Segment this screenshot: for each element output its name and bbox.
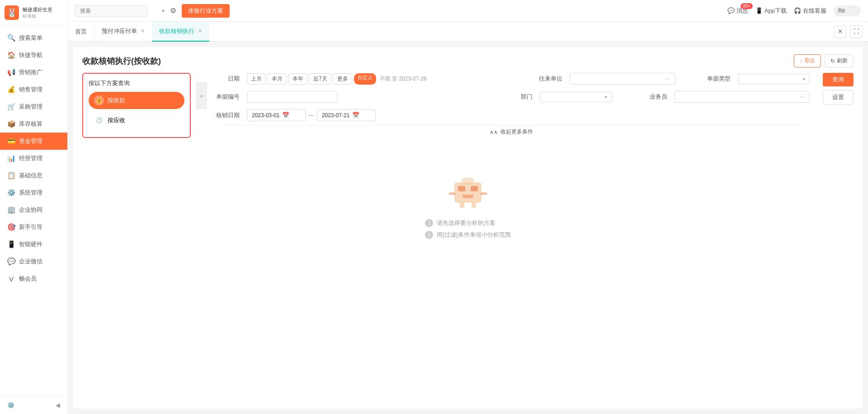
sidebar-item-basic[interactable]: 📋基础信息 [0, 167, 67, 184]
tabbar: 首页 预付冲应付单 ✕ 收款核销执行 ✕ ✕ ⛶ [68, 22, 868, 42]
query-actions: 查询 设置 [823, 73, 854, 105]
date-btn-7days[interactable]: 近7天 [309, 73, 331, 85]
member-icon: V [7, 275, 15, 283]
sidebar-nav: 🔍搜索菜单 🏠快捷导航 📢营销推广 💰销售管理 🛒采购管理 📦库存核算 💳资金管… [0, 26, 67, 396]
guide-icon: 🎯 [7, 223, 15, 231]
staff-input[interactable]: ··· [675, 91, 810, 103]
user-avatar[interactable]: Rit [834, 5, 861, 16]
funds-icon: 💳 [7, 137, 15, 145]
sidebar-footer: ⚙️ ◀ [0, 396, 67, 414]
tab-fullscreen-button[interactable]: ⛶ [850, 25, 863, 38]
doc-type-select[interactable]: ▾ [738, 74, 810, 84]
business-icon: 📊 [7, 154, 15, 162]
sidebar-item-inventory[interactable]: 📦库存核算 [0, 115, 67, 133]
tab-receipt-verify[interactable]: 收款核销执行 ✕ [152, 22, 209, 42]
topbar-search-input[interactable] [75, 5, 147, 17]
sidebar-item-marketing[interactable]: 📢营销推广 [0, 64, 67, 81]
dept-select[interactable]: ▾ [540, 92, 612, 102]
date-filter-group: 上月 本月 本年 近7天 更多 自定义 不限 至 2023-07-26 [247, 73, 427, 85]
main-area: ▾ ⚙ 体验行业方案 💬 消息 99+ 📱 App下载 🎧 在线客服 Rit 首 [68, 0, 868, 414]
svg-rect-1 [458, 186, 465, 191]
filter-by-receivable[interactable]: 🕐 按应收 [89, 112, 184, 129]
search-icon: 🔍 [7, 34, 15, 42]
brand-name: 畅捷通好生意 标准版 [23, 6, 52, 19]
date-quick-buttons: 上月 本月 本年 近7天 更多 自定义 [247, 73, 376, 85]
topbar-gear-icon[interactable]: ⚙ [170, 6, 176, 15]
topbar: ▾ ⚙ 体验行业方案 💬 消息 99+ 📱 App下载 🎧 在线客服 Rit [68, 0, 868, 22]
app-download-button[interactable]: 📱 App下载 [755, 7, 787, 15]
collapse-up-icon: ∧∧ [490, 129, 498, 135]
tab-prepay[interactable]: 预付冲应付单 ✕ [94, 22, 152, 42]
tab-prepay-close[interactable]: ✕ [141, 28, 145, 34]
collapse-sidebar-btn[interactable]: ◀ [56, 402, 60, 409]
export-button[interactable]: ↑ 导出 [794, 54, 821, 67]
topbar-chevron-icon[interactable]: ▾ [162, 8, 165, 14]
home-icon: 🏠 [7, 51, 15, 59]
date-btn-more[interactable]: 更多 [333, 73, 352, 85]
verify-date-group: 2023-03-01 📅 — 2023-07-21 📅 [247, 109, 376, 121]
svg-point-6 [462, 177, 474, 185]
date-btn-this-month[interactable]: 本月 [268, 73, 287, 85]
tab-receipt-verify-close[interactable]: ✕ [198, 28, 202, 34]
settings-icon[interactable]: ⚙️ [7, 402, 14, 409]
hint-num-2: 2 [425, 231, 433, 239]
setting-button[interactable]: 设置 [823, 90, 854, 105]
filter-by-receipt[interactable]: 💰 按收款 [89, 92, 184, 109]
empty-state: 1 请先选择要分析的方案 2 用[过滤]条件来缩小分析范围 [73, 144, 863, 266]
doc-type-label: 单据类型 [703, 75, 731, 83]
verify-date-start[interactable]: 2023-03-01 📅 [247, 109, 306, 121]
basic-icon: 📋 [7, 171, 15, 180]
system-icon: ⚙️ [7, 189, 15, 197]
date-custom-tag[interactable]: 自定义 [354, 73, 376, 85]
tabbar-controls: ✕ ⛶ [828, 25, 868, 38]
sidebar-item-wechat[interactable]: 💬企业微信 [0, 253, 67, 270]
verify-date-end[interactable]: 2023-07-21 📅 [317, 109, 376, 121]
date-btn-last-month[interactable]: 上月 [247, 73, 266, 85]
filter-row-3: 核销日期 2023-03-01 📅 — 2023-07-21 📅 [212, 109, 810, 121]
filter-rows: 日期 上月 本月 本年 近7天 更多 自定义 不限 至 [212, 73, 810, 121]
sidebar-item-system[interactable]: ⚙️系统管理 [0, 184, 67, 201]
dept-label: 部门 [505, 93, 533, 101]
sidebar-item-quick-nav[interactable]: 🏠快捷导航 [0, 47, 67, 64]
sidebar-item-enterprise[interactable]: 🏢企业协同 [0, 201, 67, 219]
refresh-button[interactable]: ↻ 刷新 [825, 54, 854, 67]
date-btn-this-year[interactable]: 本年 [288, 73, 307, 85]
sidebar-item-funds[interactable]: 💳资金管理 [0, 133, 67, 150]
filter-scheme-title: 按以下方案查询 [89, 79, 184, 87]
sidebar-item-sales[interactable]: 💰销售管理 [0, 81, 67, 98]
topbar-search-area [75, 5, 156, 17]
topbar-actions: 💬 消息 99+ 📱 App下载 🎧 在线客服 Rit [727, 5, 861, 16]
query-button[interactable]: 查询 [823, 73, 854, 86]
empty-hint-2: 2 用[过滤]条件来缩小分析范围 [425, 231, 510, 239]
message-badge: 99+ [741, 3, 753, 9]
sidebar-item-member[interactable]: V畅会员 [0, 270, 67, 287]
by-receivable-icon: 🕐 [94, 115, 104, 125]
sidebar-item-search[interactable]: 🔍搜索菜单 [0, 29, 67, 47]
sales-icon: 💰 [7, 86, 15, 94]
sidebar-item-hardware[interactable]: 📱智能硬件 [0, 236, 67, 253]
svg-rect-2 [471, 186, 478, 191]
date-separator: — [308, 112, 314, 119]
sidebar-header: 🐰 畅捷通好生意 标准版 [0, 0, 67, 26]
filter-row-2: 单据编号 部门 ▾ 业务员 ··· [212, 91, 810, 103]
doc-no-label: 单据编号 [212, 93, 240, 101]
date-range-text: 不限 至 2023-07-26 [380, 75, 427, 83]
collapse-filter-btn[interactable]: « [196, 82, 207, 109]
tab-close-all-button[interactable]: ✕ [834, 25, 846, 38]
export-icon: ↑ [800, 58, 802, 64]
sidebar-item-business[interactable]: 📊经营管理 [0, 150, 67, 167]
sidebar-item-purchase[interactable]: 🛒采购管理 [0, 98, 67, 115]
solution-button[interactable]: 体验行业方案 [182, 4, 230, 18]
sidebar-item-guide[interactable]: 🎯新手引导 [0, 219, 67, 236]
page-container: 收款核销执行(按收款) ↑ 导出 ↻ 刷新 按以下方案 [73, 47, 863, 409]
app-logo: 🐰 [5, 5, 19, 20]
date-label: 日期 [212, 75, 240, 83]
partner-input[interactable]: ··· [570, 73, 675, 85]
message-button[interactable]: 💬 消息 99+ [727, 7, 748, 15]
calendar-end-icon: 📅 [352, 112, 359, 119]
online-service-button[interactable]: 🎧 在线客服 [794, 7, 826, 15]
tab-home[interactable]: 首页 [68, 22, 94, 42]
hint-num-1: 1 [425, 219, 433, 227]
doc-no-input[interactable] [247, 91, 337, 103]
collapse-more-btn[interactable]: ∧∧ 收起更多条件 [222, 125, 801, 138]
